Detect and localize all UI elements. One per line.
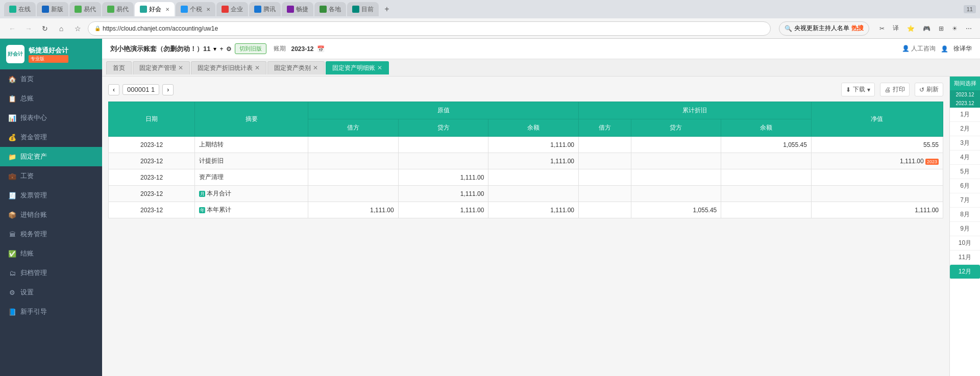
- browser-tab-10[interactable]: 各地: [314, 2, 346, 16]
- tab-close-asset-category[interactable]: ✕: [313, 64, 318, 71]
- period-month-9[interactable]: 9月: [950, 222, 980, 236]
- scissors-btn[interactable]: ✂: [877, 24, 887, 33]
- add-company-button[interactable]: +: [219, 45, 223, 53]
- back-button[interactable]: ←: [6, 22, 18, 35]
- browser-tab-6[interactable]: 个税 ✕: [176, 2, 215, 16]
- prev-record-button[interactable]: ‹: [108, 84, 119, 95]
- tab-label-4: 易代: [116, 5, 129, 14]
- sidebar-item-settings[interactable]: ⚙ 设置: [0, 283, 102, 302]
- cell-date-5: 2023-12: [109, 202, 195, 218]
- search-icon: 🔍: [785, 25, 792, 32]
- search-box[interactable]: 🔍 央视更新主持人名单 热搜: [779, 21, 869, 36]
- tab-label-8: 腾讯: [263, 5, 276, 14]
- support-button[interactable]: 👤 人工咨询: [902, 44, 936, 53]
- sidebar-item-fixed-assets[interactable]: 📁 固定资产: [0, 147, 102, 166]
- browser-tab-9[interactable]: 畅捷: [282, 2, 313, 16]
- browser-tab-3[interactable]: 易代: [69, 2, 101, 16]
- cell-orig-credit-3: 1,111.00: [398, 169, 488, 186]
- next-record-button[interactable]: ›: [162, 84, 174, 95]
- col-header-dep-credit: 贷方: [631, 119, 721, 137]
- tab-asset-category[interactable]: 固定资产类别 ✕: [267, 61, 325, 74]
- browser-tab-1[interactable]: 在线: [4, 2, 36, 16]
- subtotal-year-icon: 年: [199, 207, 205, 213]
- period-month-1[interactable]: 1月: [950, 108, 980, 122]
- tab-close-depreciation-stats[interactable]: ✕: [255, 64, 260, 71]
- settings-icon[interactable]: ⚙: [226, 45, 232, 53]
- period-month-2[interactable]: 2月: [950, 122, 980, 136]
- period-month-7[interactable]: 7月: [950, 193, 980, 208]
- period-month-4[interactable]: 4月: [950, 151, 980, 165]
- download-button[interactable]: ⬇ 下载 ▾: [841, 83, 875, 96]
- page-indicator[interactable]: 000001 1: [122, 84, 159, 95]
- period-month-3[interactable]: 3月: [950, 136, 980, 151]
- sidebar-item-funds[interactable]: 💰 资金管理: [0, 128, 102, 147]
- translate-btn[interactable]: 译: [891, 23, 901, 34]
- sidebar-label-reports: 报表中心: [20, 113, 47, 122]
- sidebar-item-home[interactable]: 🏠 首页: [0, 69, 102, 89]
- tab-favicon-6: [181, 6, 188, 13]
- sidebar-item-reports[interactable]: 📊 报表中心: [0, 108, 102, 128]
- browser-tab-8[interactable]: 腾讯: [249, 2, 281, 16]
- tab-home-label: 首页: [113, 64, 125, 72]
- tab-close-6[interactable]: ✕: [206, 7, 210, 12]
- cell-orig-debit-2: [308, 153, 399, 169]
- company-info: 刘小艳演示账套（勿删勿动！）11 ▾ + ⚙ 切到旧版 账期 2023-12 📅: [110, 43, 325, 54]
- tab-close-fixed-assets-mgmt[interactable]: ✕: [178, 64, 183, 71]
- period-month-10[interactable]: 10月: [950, 236, 980, 250]
- period-month-12[interactable]: 12月: [950, 265, 980, 279]
- sidebar-item-payroll[interactable]: 💼 工资: [0, 166, 102, 186]
- sidebar-item-invoices[interactable]: 🧾 发票管理: [0, 186, 102, 205]
- tab-asset-detail[interactable]: 固定资产明细账 ✕: [326, 61, 389, 74]
- sun-btn[interactable]: ☀: [950, 24, 960, 33]
- period-date-2: 2023.12: [950, 99, 980, 108]
- browser-tab-2[interactable]: 新版: [37, 2, 68, 16]
- tab-depreciation-stats[interactable]: 固定资产折旧统计表 ✕: [191, 61, 266, 74]
- sidebar-item-inventory[interactable]: 📦 进销台账: [0, 205, 102, 224]
- period-value: 2023-12: [291, 45, 313, 53]
- tab-fixed-assets-mgmt[interactable]: 固定资产管理 ✕: [133, 61, 190, 74]
- col-header-orig-balance: 余额: [488, 119, 579, 137]
- sidebar-item-tax[interactable]: 🏛 税务管理: [0, 224, 102, 244]
- more-btn[interactable]: ⋯: [964, 24, 974, 33]
- action-buttons: ⬇ 下载 ▾ 🖨 打印 ↺ 刷新: [841, 83, 943, 96]
- sidebar-item-ledger[interactable]: 📋 总账: [0, 89, 102, 108]
- period-month-5[interactable]: 5月: [950, 165, 980, 179]
- new-tab-button[interactable]: +: [380, 2, 394, 16]
- sidebar-item-archive[interactable]: 🗂 归档管理: [0, 263, 102, 283]
- grid-btn[interactable]: ⊞: [937, 24, 946, 33]
- period-month-6[interactable]: 6月: [950, 179, 980, 193]
- bookmark-button[interactable]: ☆: [71, 22, 84, 35]
- period-month-8[interactable]: 8月: [950, 208, 980, 222]
- sidebar-label-fixed-assets: 固定资产: [20, 152, 47, 161]
- tab-close-asset-detail[interactable]: ✕: [377, 64, 382, 71]
- tab-favicon-8: [254, 6, 261, 13]
- tab-close-5[interactable]: ✕: [165, 7, 169, 12]
- sidebar-header: 好会计 畅捷通好会计 专业版: [0, 39, 102, 69]
- tab-home[interactable]: 首页: [106, 61, 132, 74]
- browser-tab-7[interactable]: 企业: [216, 2, 248, 16]
- browser-tab-5[interactable]: 好会 ✕: [135, 2, 175, 16]
- tab-favicon-5: [140, 6, 147, 13]
- cell-dep-credit-4: [631, 186, 721, 202]
- sidebar-label-guide: 新手引导: [20, 307, 47, 316]
- period-date-1: 2023.12: [950, 90, 980, 99]
- browser-tab-11[interactable]: 目前: [347, 2, 379, 16]
- table-row: 2023-12 年本年累计 1,111.00 1,111.00 1,111.00…: [109, 202, 943, 218]
- star-btn[interactable]: ⭐: [905, 24, 917, 33]
- calendar-icon[interactable]: 📅: [317, 45, 325, 53]
- dropdown-arrow-icon[interactable]: ▾: [213, 45, 216, 53]
- game-btn[interactable]: 🎮: [921, 24, 933, 33]
- print-button[interactable]: 🖨 打印: [880, 83, 910, 96]
- sidebar-item-guide[interactable]: 📘 新手引导: [0, 302, 102, 321]
- cell-date-3: 2023-12: [109, 169, 195, 186]
- switch-to-old-button[interactable]: 切到旧版: [235, 43, 266, 54]
- browser-tab-4[interactable]: 易代: [102, 2, 134, 16]
- period-month-11[interactable]: 11月: [950, 250, 980, 265]
- forward-button[interactable]: →: [22, 22, 35, 35]
- sidebar-item-close[interactable]: ✅ 结账: [0, 244, 102, 263]
- address-input[interactable]: 🔒 https://cloud.chanjet.com/accounting/u…: [88, 21, 771, 36]
- refresh-button[interactable]: ↻: [39, 22, 51, 35]
- home-button[interactable]: ⌂: [55, 22, 67, 35]
- cell-dep-balance-1: 1,055.45: [721, 137, 812, 153]
- refresh-data-button[interactable]: ↺ 刷新: [915, 83, 943, 96]
